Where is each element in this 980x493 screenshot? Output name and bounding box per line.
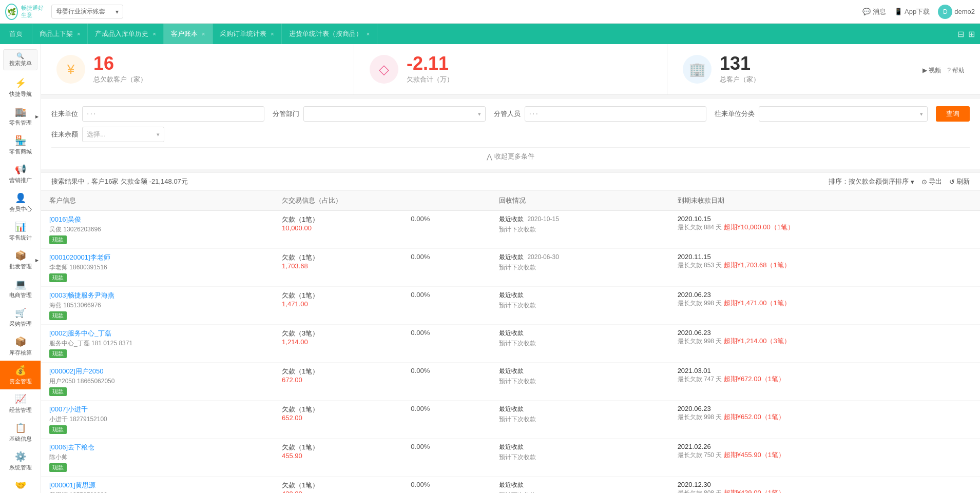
sort-selector[interactable]: 排序：按欠款金额倒序排序 ▾ xyxy=(829,177,914,186)
customer-tag-3: 现款 xyxy=(49,349,67,358)
filter-manager-input[interactable]: ··· xyxy=(525,106,707,122)
sidebar-item-retail-mgmt[interactable]: 🏬 零售管理 xyxy=(0,102,41,131)
next-pay-4: 预计下次收款 xyxy=(499,377,661,386)
filter-source-unit-input[interactable]: ··· xyxy=(82,106,264,122)
sidebar-item-basic-info[interactable]: 📋 基础信息 xyxy=(0,418,41,447)
ecommerce-icon: 💻 xyxy=(15,279,26,290)
sidebar-item-marketing[interactable]: 📢 营销推广 xyxy=(0,160,41,188)
owe-amount-1[interactable]: 1,703.68 xyxy=(282,262,390,270)
tab-products-offline-label: 商品上下架 xyxy=(40,29,73,38)
cell-owe-amount-4: 欠款（1笔） 672.00 xyxy=(274,363,398,401)
sidebar-item-retail-store[interactable]: 🏪 零售商城 xyxy=(0,131,41,160)
owe-label-6: 欠款（1笔） xyxy=(282,443,390,452)
cell-owe-ratio-4: 0.00% xyxy=(398,363,490,401)
filter-balance-select[interactable]: 选择... ▾ xyxy=(82,127,164,142)
customer-contact-2: 海燕 18513066976 xyxy=(49,301,265,310)
sidebar-item-retail-stats[interactable]: 📊 零售统计 xyxy=(0,217,41,246)
next-pay-3: 预计下次收款 xyxy=(499,339,661,348)
collapse-btn[interactable]: ⋀ 收起更多条件 xyxy=(51,149,970,164)
owe-amount-0[interactable]: 10,000.00 xyxy=(282,224,390,232)
suite-selector[interactable]: 母婴行业演示账套 ▾ xyxy=(51,5,123,18)
view-video-btn[interactable]: ▶ 视频 xyxy=(923,66,941,75)
cell-due-date-4: 2021.03.01 最长欠款 747 天 超期¥672.00（1笔） xyxy=(669,363,980,401)
tab-close-inbound-stats[interactable]: × xyxy=(367,31,370,37)
latest-pay-3: 最近收款 xyxy=(499,329,661,338)
sidebar-item-member[interactable]: 👤 会员中心 xyxy=(0,188,41,217)
customer-name-3[interactable]: [0002]服务中心_丁磊 xyxy=(49,329,265,338)
tab-close-production-history[interactable]: × xyxy=(152,31,156,37)
help-btn[interactable]: ? 帮助 xyxy=(947,66,965,75)
search-menu-btn[interactable]: 🔍搜索菜单 xyxy=(3,49,37,70)
overdue-amount-5[interactable]: 超期¥652.00（1笔） xyxy=(724,413,785,421)
customer-name-2[interactable]: [0003]畅捷服务尹海燕 xyxy=(49,291,265,300)
sidebar-item-finance[interactable]: 💰 资金管理 xyxy=(0,361,41,389)
cell-owe-ratio-2: 0.00% xyxy=(398,287,490,325)
cell-due-date-3: 2020.06.23 最长欠款 998 天 超期¥1,214.00（3笔） xyxy=(669,325,980,363)
sidebar-item-system[interactable]: ⚙️ 系统管理 xyxy=(0,447,41,476)
customer-name-7[interactable]: [000001]黄思源 xyxy=(49,481,265,490)
owe-amount-4[interactable]: 672.00 xyxy=(282,376,390,384)
owe-amount-6[interactable]: 455.90 xyxy=(282,452,390,460)
sidebar: 🔍搜索菜单 ⚡ 快捷导航 🏬 零售管理 🏪 零售商城 📢 营销推广 👤 会员中心… xyxy=(0,44,41,493)
cell-payback-4: 最近收款 预计下次收款 xyxy=(491,363,669,401)
due-date-5: 2020.06.23 xyxy=(678,405,972,412)
customer-name-4[interactable]: [000002]用户2050 xyxy=(49,367,265,376)
customer-name-1[interactable]: [0001020001]李老师 xyxy=(49,253,265,262)
filter-balance: 往来余额 选择... ▾ xyxy=(51,127,970,142)
overdue-amount-3[interactable]: 超期¥1,214.00（3笔） xyxy=(724,337,791,345)
user-menu[interactable]: D demo2 xyxy=(938,5,975,19)
tab-purchase-order[interactable]: 采购订单统计表 × xyxy=(213,24,281,44)
fullscreen-icon[interactable]: ⊞ xyxy=(968,29,975,39)
overdue-amount-0[interactable]: 超期¥10,000.00（1笔） xyxy=(724,223,794,231)
stat-content-total-customers: 131 总客户（家） xyxy=(720,54,760,84)
overdue-amount-6[interactable]: 超期¥455.90（1笔） xyxy=(724,451,785,459)
sidebar-item-quick-nav[interactable]: ⚡ 快捷导航 xyxy=(0,73,41,102)
overdue-amount-1[interactable]: 超期¥1,703.68（1笔） xyxy=(724,261,791,269)
sidebar-item-batch-mgmt[interactable]: 📦 批发管理 xyxy=(0,246,41,274)
app-download-btn[interactable]: 📱 App下载 xyxy=(894,7,930,16)
sidebar-item-operation[interactable]: 📈 经营管理 xyxy=(0,389,41,418)
owe-amount-7[interactable]: 429.00 xyxy=(282,490,390,493)
tab-inbound-stats[interactable]: 进货单统计表（按商品） × xyxy=(282,24,377,44)
overdue-amount-4[interactable]: 超期¥672.00（1笔） xyxy=(724,375,785,383)
tab-close-customer-account[interactable]: × xyxy=(202,31,205,37)
filter-dept-input[interactable]: ▾ xyxy=(303,106,486,122)
export-btn[interactable]: ⊙ 导出 xyxy=(921,177,942,186)
logo-text: 畅捷通好生意 xyxy=(21,5,46,18)
dept-dropdown-arrow: ▾ xyxy=(478,111,481,117)
purchase-icon: 🛒 xyxy=(15,307,26,319)
max-owe-days-4: 最长欠款 747 天 超期¥672.00（1笔） xyxy=(678,374,972,384)
tab-close-products-offline[interactable]: × xyxy=(77,31,80,37)
search-button[interactable]: 查询 xyxy=(936,106,970,122)
sidebar-item-ecommerce[interactable]: 💻 电商管理 xyxy=(0,274,41,303)
sidebar-item-enterprise[interactable]: 🤝 企业协同 xyxy=(0,476,41,493)
restore-icon[interactable]: ⊟ xyxy=(957,29,964,39)
table-row: [0016]吴俊 吴俊 13026203696 现款 欠款（1笔） 10,000… xyxy=(41,211,980,249)
tab-customer-account[interactable]: 客户账本 × xyxy=(164,24,213,44)
owe-amount-2[interactable]: 1,471.00 xyxy=(282,300,390,308)
message-btn[interactable]: 💬 消息 xyxy=(862,7,886,16)
sidebar-item-inventory[interactable]: 📦 库存核算 xyxy=(0,332,41,361)
tab-home[interactable]: 首页 xyxy=(0,24,32,44)
customer-tag-2: 现款 xyxy=(49,311,67,320)
customer-name-5[interactable]: [0007]小进千 xyxy=(49,405,265,414)
customer-name-6[interactable]: [0006]去下粮仓 xyxy=(49,443,265,452)
overdue-amount-7[interactable]: 超期¥429.00（1笔） xyxy=(724,489,785,493)
batch-mgmt-icon: 📦 xyxy=(15,250,26,261)
tab-production-history[interactable]: 产成品入库单历史 × xyxy=(88,24,163,44)
stat-label-owe-total: 欠款合计（万） xyxy=(407,75,453,84)
due-date-6: 2021.02.26 xyxy=(678,443,972,450)
customer-name-0[interactable]: [0016]吴俊 xyxy=(49,215,265,224)
sidebar-item-purchase[interactable]: 🛒 采购管理 xyxy=(0,303,41,332)
tab-close-purchase-order[interactable]: × xyxy=(271,31,274,37)
filter-divider xyxy=(51,147,970,148)
owe-amount-5[interactable]: 652.00 xyxy=(282,414,390,422)
table-row: [0001020001]李老师 李老师 18600391516 现款 欠款（1笔… xyxy=(41,249,980,287)
tab-products-offline[interactable]: 商品上下架 × xyxy=(32,24,88,44)
cell-due-date-0: 2020.10.15 最长欠款 884 天 超期¥10,000.00（1笔） xyxy=(669,211,980,249)
cell-owe-ratio-0: 0.00% xyxy=(398,211,490,249)
refresh-btn[interactable]: ↺ 刷新 xyxy=(949,177,970,186)
overdue-amount-2[interactable]: 超期¥1,471.00（1笔） xyxy=(724,299,791,307)
filter-unit-type-input[interactable]: ▾ xyxy=(759,106,928,122)
owe-amount-3[interactable]: 1,214.00 xyxy=(282,338,390,346)
